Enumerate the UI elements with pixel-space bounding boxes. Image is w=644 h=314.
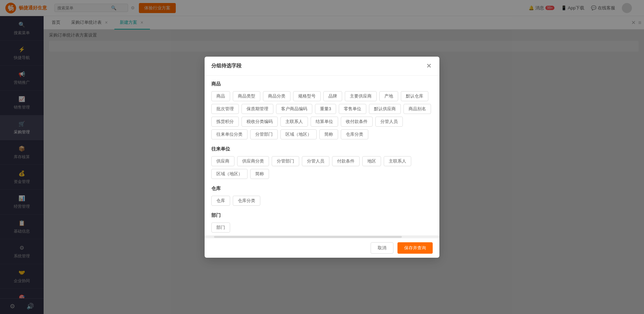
field-grid-partner: 供应商 供应商分类 分管部门 分管人员 付款条件 地区 主联系人 区域（地区） … [211,156,433,179]
field-tag[interactable]: 品牌 [323,91,342,101]
field-tag[interactable]: 收付款条件 [341,117,373,127]
field-tag[interactable]: 仓库分类 [233,196,260,206]
field-tag[interactable]: 重量3 [315,104,336,114]
field-tag[interactable]: 规格型号 [293,91,321,101]
field-tag[interactable]: 供应商分类 [237,156,269,166]
field-tag[interactable]: 区域（地区） [280,129,317,139]
field-tag[interactable]: 主联系人 [384,156,411,166]
field-tag[interactable]: 付款条件 [332,156,360,166]
field-tag[interactable]: 批次管理 [211,104,239,114]
field-tag[interactable]: 默认供应商 [369,104,401,114]
modal-footer: 取消 保存并查询 [205,238,439,258]
section-warehouse: 仓库 仓库 仓库分类 [211,186,433,206]
field-tag[interactable]: 分管部门 [272,156,299,166]
field-tag[interactable]: 仓库分类 [341,129,368,139]
field-tag[interactable]: 结算单位 [311,117,338,127]
field-grid-department: 部门 [211,223,433,233]
section-warehouse-title: 仓库 [211,186,433,192]
modal-close-button[interactable]: ✕ [425,62,433,70]
field-tag[interactable]: 往来单位分类 [211,129,248,139]
field-tag[interactable]: 零售单位 [339,104,366,114]
field-tag[interactable]: 供应商 [211,156,234,166]
field-tag[interactable]: 主联系人 [280,117,308,127]
save-button[interactable]: 保存并查询 [397,242,433,254]
section-goods-title: 商品 [211,81,433,87]
field-tag[interactable]: 地区 [362,156,381,166]
section-partner: 往来单位 供应商 供应商分类 分管部门 分管人员 付款条件 地区 主联系人 区域… [211,146,433,179]
field-grid-goods: 商品 商品类型 商品分类 规格型号 品牌 主要供应商 产地 默认仓库 批次管理 … [211,91,433,139]
section-goods: 商品 商品 商品类型 商品分类 规格型号 品牌 主要供应商 产地 默认仓库 批次… [211,81,433,139]
field-tag[interactable]: 产地 [379,91,398,101]
field-tag[interactable]: 分管人员 [302,156,329,166]
field-tag[interactable]: 税收分类编码 [241,117,278,127]
modal-title: 分组待选字段 [211,63,241,69]
field-tag[interactable]: 商品别名 [404,104,431,114]
field-tag[interactable]: 默认仓库 [401,91,428,101]
field-tag[interactable]: 客户商品编码 [276,104,312,114]
field-tag[interactable]: 分管人员 [375,117,403,127]
field-select-modal: 分组待选字段 ✕ 商品 商品 商品类型 商品分类 规格型号 品牌 主要供应商 产… [205,57,439,258]
field-tag[interactable]: 简称 [319,129,338,139]
section-department: 部门 部门 [211,212,433,233]
field-tag[interactable]: 商品 [211,91,230,101]
field-tag[interactable]: 商品分类 [263,91,290,101]
modal-body: 商品 商品 商品类型 商品分类 规格型号 品牌 主要供应商 产地 默认仓库 批次… [205,76,439,236]
section-department-title: 部门 [211,212,433,218]
field-grid-warehouse: 仓库 仓库分类 [211,196,433,206]
field-tag[interactable]: 区域（地区） [211,169,248,179]
field-tag[interactable]: 仓库 [211,196,230,206]
field-tag[interactable]: 简称 [250,169,269,179]
field-tag[interactable]: 保质期管理 [241,104,273,114]
field-tag[interactable]: 拣货积分 [211,117,239,127]
field-tag[interactable]: 主要供应商 [345,91,377,101]
section-partner-title: 往来单位 [211,146,433,152]
cancel-button[interactable]: 取消 [371,242,393,254]
modal-overlay: 分组待选字段 ✕ 商品 商品 商品类型 商品分类 规格型号 品牌 主要供应商 产… [0,0,644,314]
field-tag[interactable]: 部门 [211,223,230,233]
modal-hscrollbar[interactable] [205,236,439,238]
field-tag[interactable]: 分管部门 [250,129,278,139]
modal-header: 分组待选字段 ✕ [205,57,439,76]
field-tag[interactable]: 商品类型 [233,91,260,101]
